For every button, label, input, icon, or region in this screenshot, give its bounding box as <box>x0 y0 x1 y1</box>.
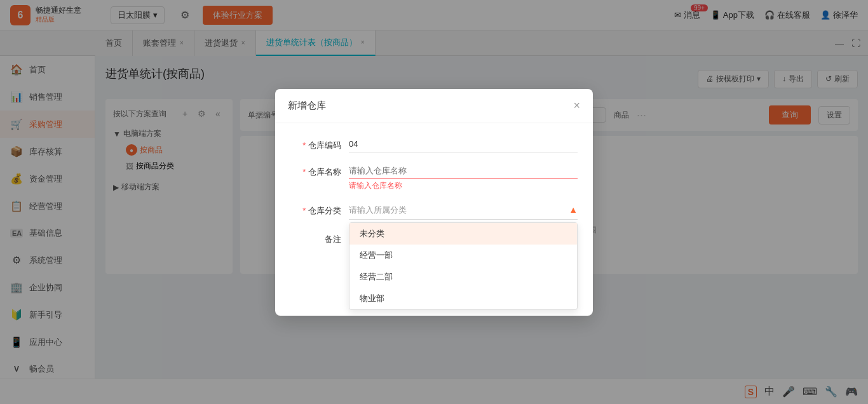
modal-title: 新增仓库 <box>288 100 326 112</box>
category-dropdown: 未分类 经营一部 经营二部 物业部 <box>349 222 578 310</box>
warehouse-name-error: 请输入仓库名称 <box>349 180 578 191</box>
warehouse-name-row: * 仓库名称 请输入仓库名称 <box>290 163 578 191</box>
modal-close-button[interactable]: × <box>573 99 580 112</box>
warehouse-category-select[interactable]: 请输入所属分类 <box>349 201 578 220</box>
dropdown-item-dept2[interactable]: 经营二部 <box>349 266 577 288</box>
modal-body: * 仓库编码 * 仓库名称 请输入仓库名称 * 仓库分类 <box>275 123 593 274</box>
warehouse-category-row: * 仓库分类 请输入所属分类 ▲ 未分类 经营一部 经营二部 物业部 <box>290 201 578 220</box>
modal-overlay[interactable]: 新增仓库 × * 仓库编码 * 仓库名称 请输入仓库名称 <box>0 0 868 404</box>
category-placeholder: 请输入所属分类 <box>349 205 407 216</box>
dropdown-item-dept3[interactable]: 物业部 <box>349 288 577 309</box>
modal-header: 新增仓库 × <box>275 89 593 123</box>
new-warehouse-modal: 新增仓库 × * 仓库编码 * 仓库名称 请输入仓库名称 <box>275 89 593 316</box>
chevron-up-icon[interactable]: ▲ <box>569 205 578 215</box>
dropdown-item-uncategorized[interactable]: 未分类 <box>349 223 577 245</box>
warehouse-name-input[interactable] <box>349 163 578 179</box>
warehouse-code-input[interactable] <box>349 136 578 152</box>
warehouse-name-label: * 仓库名称 <box>290 163 341 178</box>
warehouse-category-label: * 仓库分类 <box>290 201 341 217</box>
warehouse-code-row: * 仓库编码 <box>290 136 578 152</box>
warehouse-code-label: * 仓库编码 <box>290 136 341 151</box>
warehouse-notes-label: 备注 <box>290 230 341 245</box>
dropdown-item-dept1[interactable]: 经营一部 <box>349 245 577 266</box>
